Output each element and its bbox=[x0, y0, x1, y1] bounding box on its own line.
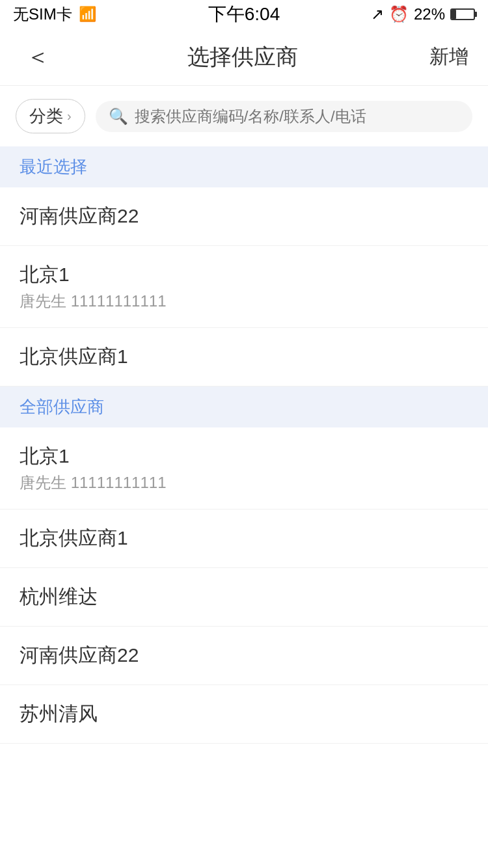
item-sub: 唐先生 11111111111 bbox=[20, 291, 468, 312]
category-filter[interactable]: 分类 › bbox=[16, 99, 85, 133]
item-name: 北京供应商1 bbox=[20, 525, 468, 552]
recent-section-label: 最近选择 bbox=[20, 157, 87, 176]
item-name: 北京1 bbox=[20, 443, 468, 470]
item-name: 河南供应商22 bbox=[20, 203, 468, 230]
search-bar[interactable]: 🔍 bbox=[96, 101, 472, 132]
list-item[interactable]: 北京供应商1 bbox=[0, 509, 488, 568]
battery-percent: 22% bbox=[414, 5, 445, 23]
filter-bar: 分类 › 🔍 bbox=[0, 86, 488, 146]
list-item[interactable]: 苏州清风 bbox=[0, 685, 488, 744]
add-button[interactable]: 新增 bbox=[429, 44, 468, 70]
recent-items-list: 河南供应商22 北京1 唐先生 11111111111 北京供应商1 bbox=[0, 187, 488, 387]
all-section-header: 全部供应商 bbox=[0, 387, 488, 427]
recent-section-header: 最近选择 bbox=[0, 146, 488, 187]
category-label: 分类 bbox=[29, 105, 63, 128]
item-name: 苏州清风 bbox=[20, 701, 468, 727]
item-name: 北京1 bbox=[20, 262, 468, 288]
item-name: 河南供应商22 bbox=[20, 642, 468, 669]
nav-bar: ＜ 选择供应商 新增 bbox=[0, 29, 488, 86]
battery-icon bbox=[450, 8, 475, 20]
wifi-icon: 📶 bbox=[79, 6, 96, 23]
list-item[interactable]: 北京1 唐先生 11111111111 bbox=[0, 427, 488, 509]
status-bar: 无SIM卡 📶 下午6:04 ↗ ⏰ 22% bbox=[0, 0, 488, 29]
search-icon: 🔍 bbox=[109, 107, 128, 126]
status-left: 无SIM卡 📶 bbox=[13, 4, 96, 25]
item-name: 北京供应商1 bbox=[20, 344, 468, 370]
status-right: ↗ ⏰ 22% bbox=[371, 5, 475, 23]
back-button[interactable]: ＜ bbox=[20, 34, 56, 79]
all-section-label: 全部供应商 bbox=[20, 397, 104, 416]
alarm-icon: ⏰ bbox=[389, 5, 409, 23]
location-icon: ↗ bbox=[371, 5, 384, 23]
list-item[interactable]: 北京1 唐先生 11111111111 bbox=[0, 246, 488, 328]
list-item[interactable]: 河南供应商22 bbox=[0, 187, 488, 246]
chevron-right-icon: › bbox=[67, 109, 72, 124]
carrier-label: 无SIM卡 bbox=[13, 4, 72, 25]
item-name: 杭州维达 bbox=[20, 584, 468, 610]
search-input[interactable] bbox=[135, 107, 459, 126]
list-item[interactable]: 杭州维达 bbox=[0, 568, 488, 627]
list-item[interactable]: 北京供应商1 bbox=[0, 328, 488, 387]
status-time: 下午6:04 bbox=[208, 2, 280, 27]
list-item[interactable]: 河南供应商22 bbox=[0, 627, 488, 685]
item-sub: 唐先生 11111111111 bbox=[20, 472, 468, 493]
page-title: 选择供应商 bbox=[187, 42, 298, 72]
all-items-list: 北京1 唐先生 11111111111 北京供应商1 杭州维达 河南供应商22 … bbox=[0, 427, 488, 744]
